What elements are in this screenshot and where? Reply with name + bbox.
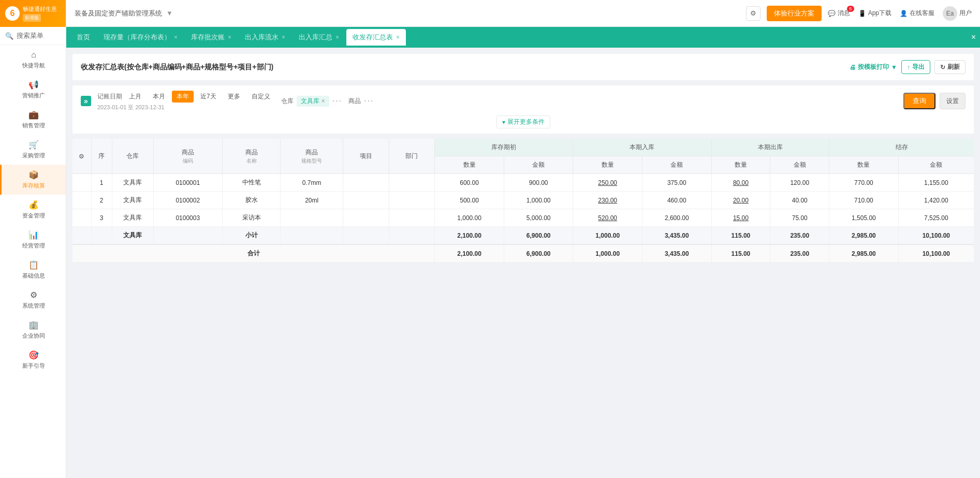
footer-in-amt: 3,435.00 (642, 244, 711, 263)
sidebar-item-enterprise[interactable]: 🏢 企业协同 (0, 315, 66, 345)
cell-product-name: 中性笔 (223, 174, 281, 192)
cell-out-qty[interactable]: 20.00 (711, 192, 770, 209)
cell-in-qty[interactable]: 230.00 (573, 192, 642, 209)
sidebar-item-inventory[interactable]: 📦 库存核算 (0, 165, 66, 195)
tab-inout-flow-close[interactable]: × (282, 34, 285, 41)
date-btn-last-month[interactable]: 上月 (124, 91, 146, 103)
cell-spec: 0.7mm (281, 174, 343, 192)
date-btn-more[interactable]: 更多 (223, 91, 245, 103)
inventory-icon: 📦 (28, 170, 39, 180)
cell-in-qty[interactable]: 520.00 (573, 209, 642, 227)
online-service-label: 在线客服 (910, 9, 934, 18)
cell-opening-amt: 5,000.00 (504, 209, 573, 227)
cell-opening-qty: 1,000.00 (435, 209, 504, 227)
tab-recv-send-summary[interactable]: 收发存汇总表 × (346, 29, 406, 46)
sidebar-item-label: 系统管理 (22, 302, 45, 310)
tab-inventory-dist-close[interactable]: × (174, 34, 178, 41)
th-settings[interactable]: ⚙ (72, 139, 91, 174)
cell-spec: 20ml (281, 192, 343, 209)
tab-inout-summary-label: 出入库汇总 (299, 33, 332, 42)
cell-num: 1 (91, 174, 112, 192)
sidebar-item-label: 库存核算 (22, 182, 45, 190)
sidebar-item-basic[interactable]: 📋 基础信息 (0, 255, 66, 285)
th-product-spec: 商品规格型号 (281, 139, 343, 174)
cell-out-qty[interactable]: 80.00 (711, 174, 770, 192)
tab-bar: 首页 现存量（库存分布表） × 库存批次账 × 出入库流水 × 出入库汇总 × … (66, 27, 980, 48)
app-download-button[interactable]: 📱 App下载 (858, 9, 891, 18)
filter-settings-button[interactable]: 设置 (940, 93, 966, 109)
export-button[interactable]: ↑ 导出 (901, 60, 930, 74)
th-opening-qty: 数量 (435, 156, 504, 174)
expand-icon: ▾ (502, 119, 505, 126)
cell-out-qty[interactable]: 15.00 (711, 209, 770, 227)
sidebar-item-system[interactable]: ⚙ 系统管理 (0, 285, 66, 315)
sidebar-item-marketing[interactable]: 📢 营销推广 (0, 75, 66, 105)
cell-opening-qty: 2,100.00 (435, 227, 504, 245)
th-department: 部门 (389, 139, 435, 174)
cell-out-amt: 40.00 (770, 192, 829, 209)
cell-balance-qty: 710.00 (829, 192, 899, 209)
sidebar-item-quick-nav[interactable]: ⌂ 快捷导航 (0, 45, 66, 75)
sidebar-logo: 6 畅捷通好生意 标准版 (0, 0, 66, 27)
marketing-icon: 📢 (28, 80, 39, 90)
sidebar-item-label: 销售管理 (22, 122, 45, 129)
tab-batch-ledger[interactable]: 库存批次账 × (185, 29, 238, 46)
warehouse-tag: 文具库 × (297, 96, 329, 107)
tab-recv-send-summary-close[interactable]: × (396, 34, 400, 41)
sidebar-item-purchase[interactable]: 🛒 采购管理 (0, 135, 66, 165)
filter-expand-icon[interactable]: » (81, 96, 91, 106)
settings-button[interactable]: ⚙ (746, 6, 760, 21)
date-btn-this-year[interactable]: 本年 (172, 91, 194, 103)
cell-opening-qty: 500.00 (435, 192, 504, 209)
date-buttons: 上月 本月 本年 近7天 更多 自定义 (124, 91, 275, 103)
filter-toggle[interactable]: » (81, 96, 91, 106)
sidebar-item-operations[interactable]: 📊 经营管理 (0, 225, 66, 255)
tab-inventory-dist[interactable]: 现存量（库存分布表） × (97, 29, 184, 46)
user-avatar: Ea (943, 6, 957, 21)
tab-inout-summary[interactable]: 出入库汇总 × (292, 29, 345, 46)
sidebar-item-sales[interactable]: 💼 销售管理 (0, 105, 66, 135)
print-button[interactable]: 🖨 按模板打印 ▼ (850, 63, 897, 71)
tab-batch-ledger-close[interactable]: × (228, 34, 231, 41)
cell-project (343, 227, 389, 245)
query-button[interactable]: 查询 (903, 93, 935, 109)
date-btn-this-month[interactable]: 本月 (148, 91, 170, 103)
date-btn-7days[interactable]: 近7天 (196, 91, 221, 103)
th-product-name: 商品名称 (223, 139, 281, 174)
finance-icon: 💰 (28, 200, 39, 210)
tab-home[interactable]: 首页 (70, 29, 96, 46)
online-service-button[interactable]: 👤 在线客服 (900, 9, 934, 18)
cell-out-qty: 115.00 (711, 227, 770, 245)
footer-balance-qty: 2,985.00 (829, 244, 899, 263)
print-chevron-icon: ▼ (891, 64, 897, 71)
cell-balance-amt: 10,100.00 (898, 227, 974, 245)
cell-opening-qty: 600.00 (435, 174, 504, 192)
user-button[interactable]: Ea 用户 (943, 6, 972, 21)
dropdown-icon[interactable]: ▼ (166, 9, 173, 17)
refresh-button[interactable]: ↻ 刷新 (934, 60, 966, 74)
cell-project (343, 192, 389, 209)
warehouse-tag-remove[interactable]: × (321, 97, 325, 105)
footer-out-qty: 115.00 (711, 244, 770, 263)
sidebar-item-finance[interactable]: 💰 资金管理 (0, 195, 66, 225)
table-container: ⚙ 序 仓库 商品编码 商品名称 商品规格型号 项目 部门 库存期初 本期入库 … (72, 139, 974, 263)
message-button[interactable]: 💬 消息 6 (828, 9, 850, 18)
tab-inout-summary-close[interactable]: × (335, 34, 339, 41)
cell-opening-amt: 900.00 (504, 174, 573, 192)
expand-conditions-button[interactable]: ▾ 展开更多条件 (496, 115, 550, 128)
tab-inout-flow[interactable]: 出入库流水 × (239, 29, 291, 46)
cell-in-qty[interactable]: 250.00 (573, 174, 642, 192)
operations-icon: 📊 (28, 230, 39, 240)
date-btn-custom[interactable]: 自定义 (247, 91, 275, 103)
warehouse-ellipsis[interactable]: ··· (332, 96, 342, 106)
try-industry-button[interactable]: 体验行业方案 (767, 6, 822, 21)
footer-total-label: 合计 (72, 244, 435, 263)
logo-icon: 6 (5, 6, 20, 21)
sidebar-search[interactable]: 🔍 搜索菜单 (0, 27, 66, 45)
cell-num: 3 (91, 209, 112, 227)
sidebar-item-label: 基础信息 (22, 272, 45, 280)
close-all-tabs-button[interactable]: × (971, 33, 976, 42)
product-ellipsis[interactable]: ··· (364, 96, 374, 106)
sidebar-item-guide[interactable]: 🎯 新手引导 (0, 345, 66, 375)
footer-opening-qty: 2,100.00 (435, 244, 504, 263)
